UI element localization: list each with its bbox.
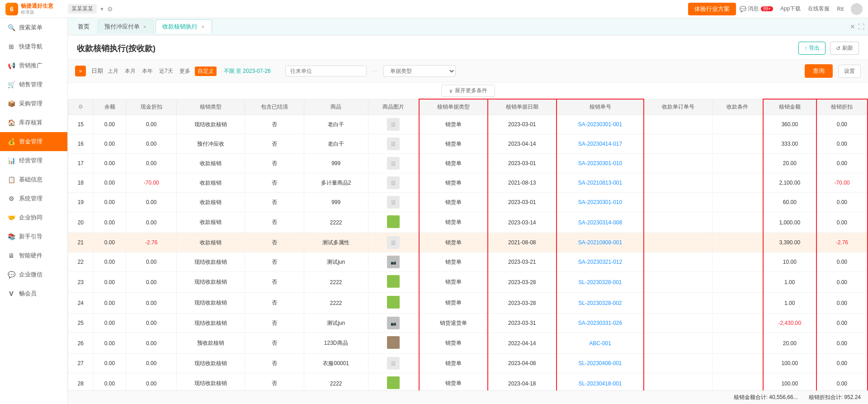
row-writeoff-bill-no[interactable]: SA-20230301-010 — [557, 193, 644, 212]
row-writeoff-bill-no[interactable]: SL-20230408-001 — [557, 354, 644, 373]
sidebar-item-guide[interactable]: 📚 新手引导 — [0, 227, 67, 246]
row-cash-discount: 0.00 — [126, 154, 177, 173]
tab-collection-close[interactable]: × — [200, 24, 205, 29]
row-writeoff-bill-date: 2023-04-18 — [488, 373, 557, 391]
col-cash-discount: 现金折扣 — [126, 99, 177, 115]
row-writeoff-bill-no[interactable]: SL-20230328-002 — [557, 293, 644, 314]
filter-expand-icon[interactable]: » — [75, 66, 86, 76]
org-selector[interactable]: 某某某某 ▼ ⚙ — [68, 4, 684, 14]
sidebar-item-basic[interactable]: 📋 基础信息 — [0, 170, 67, 189]
chevron-down-icon: ∨ — [449, 88, 453, 94]
row-cash-discount: 0.00 — [126, 193, 177, 212]
row-writeoff-bill-type: 销货单 — [419, 373, 488, 391]
query-button[interactable]: 查询 — [805, 64, 833, 78]
row-collection-condition — [712, 333, 763, 354]
row-writeoff-bill-no[interactable]: SA-20230331-026 — [557, 314, 644, 333]
last-month-link[interactable]: 上月 — [106, 67, 120, 76]
row-product-image — [368, 373, 419, 391]
industry-solution-button[interactable]: 体验行业方案 — [688, 3, 736, 15]
sidebar-item-purchase[interactable]: 📦 采购管理 — [0, 94, 67, 113]
maximize-icon[interactable]: ⛶ — [858, 23, 864, 30]
col-settings[interactable]: ⚙ — [68, 99, 94, 115]
more-date-link[interactable]: 更多 — [178, 67, 192, 76]
refresh-button[interactable]: ↺ 刷新 — [830, 42, 859, 55]
user-name[interactable]: Rit — [837, 6, 844, 12]
row-writeoff-bill-no[interactable]: SA-20210808-001 — [557, 233, 644, 252]
row-writeoff-amount: 2,100.00 — [763, 173, 816, 193]
this-year-link[interactable]: 本年 — [140, 67, 155, 76]
table-area[interactable]: ⚙ 余额 现金折扣 核销类型 包含已结清 商品 商品图片 核销单据类型 核销单据… — [68, 99, 868, 390]
counterparty-input[interactable] — [285, 66, 367, 76]
page-header: 收款核销执行(按收款) ↑ 导出 ↺ 刷新 — [68, 35, 868, 60]
row-writeoff-discount: 0.00 — [816, 252, 868, 272]
row-writeoff-bill-no[interactable]: SA-20210813-001 — [557, 173, 644, 193]
export-button[interactable]: ↑ 导出 — [798, 42, 826, 55]
row-writeoff-bill-no[interactable]: SA-20230314-008 — [557, 212, 644, 233]
wechat-icon: 💬 — [7, 271, 15, 279]
device-icon: 🖥 — [7, 252, 15, 260]
sidebar-item-inventory[interactable]: 🏠 库存核算 — [0, 113, 67, 132]
row-writeoff-bill-no[interactable]: ABC-001 — [557, 333, 644, 354]
row-writeoff-bill-no[interactable]: SA-20230321-012 — [557, 252, 644, 272]
this-month-link[interactable]: 本月 — [123, 67, 137, 76]
row-collection-order-no — [644, 272, 712, 293]
message-icon-area[interactable]: 💬 消息 99+ — [740, 5, 773, 13]
sidebar-item-search[interactable]: 🔍 搜索菜单 — [0, 18, 67, 37]
row-cash-discount: 0.00 — [126, 212, 177, 233]
row-writeoff-bill-no[interactable]: SL-20230328-001 — [557, 272, 644, 293]
row-cash-discount: 0.00 — [126, 252, 177, 272]
row-writeoff-bill-date: 2022-04-14 — [488, 333, 557, 354]
row-writeoff-bill-no[interactable]: SA-20230301-001 — [557, 115, 644, 134]
row-cash-discount: 0.00 — [126, 333, 177, 354]
row-writeoff-bill-no[interactable]: SL-20230418-001 — [557, 373, 644, 391]
sidebar-item-operations[interactable]: 📊 经营管理 — [0, 151, 67, 170]
chevron-down-icon[interactable]: ▼ — [99, 6, 104, 12]
sidebar-item-finance[interactable]: 💰 资金管理 — [0, 132, 67, 151]
row-collection-condition — [712, 115, 763, 134]
custom-date-link[interactable]: 自定义 — [195, 67, 217, 76]
row-writeoff-bill-no[interactable]: SA-20230301-010 — [557, 154, 644, 173]
row-writeoff-bill-no[interactable]: SA-20230414-017 — [557, 134, 644, 154]
row-writeoff-bill-type: 销货单 — [419, 354, 488, 373]
tab-collection[interactable]: 收款核销执行 × — [156, 19, 212, 33]
bill-type-select[interactable]: 单据类型 — [383, 65, 456, 77]
export-icon: ↑ — [804, 45, 807, 52]
row-include-settled: 否 — [245, 373, 304, 391]
sidebar-item-marketing[interactable]: 📢 营销推广 — [0, 56, 67, 75]
row-writeoff-discount: 0.00 — [816, 193, 868, 212]
tab-prepay-close[interactable]: × — [142, 24, 147, 29]
row-writeoff-amount: 10.00 — [763, 252, 816, 272]
tab-home[interactable]: 首页 — [71, 20, 96, 33]
row-writeoff-discount: 0.00 — [816, 212, 868, 233]
sidebar-item-smart-hw[interactable]: 🖥 智能硬件 — [0, 246, 67, 265]
online-service-link[interactable]: 在线客服 — [808, 5, 830, 13]
sidebar-item-member[interactable]: V 畅会员 — [0, 284, 67, 303]
row-collection-condition — [712, 233, 763, 252]
row-product: 2222 — [304, 373, 368, 391]
row-writeoff-bill-date: 2023-04-14 — [488, 134, 557, 154]
row-collection-condition — [712, 173, 763, 193]
avatar[interactable] — [851, 3, 863, 15]
expand-more-button[interactable]: ∨ 展开更多条件 — [441, 85, 495, 97]
row-include-settled: 否 — [245, 233, 304, 252]
sidebar-item-quick-nav[interactable]: ⊞ 快捷导航 — [0, 37, 67, 56]
close-window-icon[interactable]: ✕ — [850, 23, 855, 30]
sidebar-item-sales[interactable]: 🛒 销售管理 — [0, 75, 67, 94]
col-collection-order-no: 收款单订单号 — [644, 99, 712, 115]
row-balance: 0.00 — [93, 272, 126, 293]
org-name: 某某某某 — [68, 4, 97, 14]
sidebar-item-enterprise[interactable]: 🤝 企业协同 — [0, 208, 67, 227]
tab-prepay[interactable]: 预付冲应付单 × — [98, 19, 154, 33]
row-cash-discount: 0.00 — [126, 272, 177, 293]
gear-icon[interactable]: ⚙ — [107, 5, 113, 13]
row-writeoff-type: 预付冲应收 — [177, 134, 245, 154]
sidebar-item-system[interactable]: ⚙ 系统管理 — [0, 189, 67, 208]
app-download-link[interactable]: App下载 — [780, 5, 801, 13]
row-balance: 0.00 — [93, 115, 126, 134]
last7days-link[interactable]: 近7天 — [157, 67, 175, 76]
col-collection-condition: 收款条件 — [712, 99, 763, 115]
row-include-settled: 否 — [245, 314, 304, 333]
sidebar-item-wechat[interactable]: 💬 企业微信 — [0, 265, 67, 284]
settings-button[interactable]: 设置 — [838, 65, 861, 78]
guide-icon: 📚 — [7, 233, 15, 241]
